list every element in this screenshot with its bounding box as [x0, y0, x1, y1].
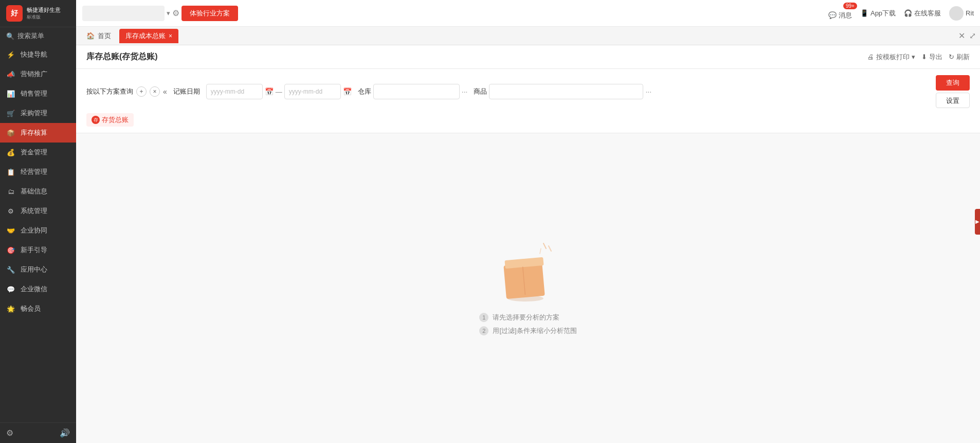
- date-from-input[interactable]: [206, 84, 263, 99]
- filter-bar: 按以下方案查询 + × « 记账日期 📅 — 📅 仓库 ···: [76, 69, 980, 133]
- query-button[interactable]: 查询: [936, 75, 970, 91]
- sidebar-item-basic-info[interactable]: 🗂 基础信息: [0, 182, 76, 201]
- sidebar-item-guide[interactable]: 🎯 新手引导: [0, 240, 76, 260]
- message-label: 消息: [839, 11, 852, 20]
- calendar-to-icon[interactable]: 📅: [343, 87, 352, 96]
- chevron-down-icon[interactable]: ▾: [167, 9, 170, 17]
- page-content: 库存总账(存货总账) 🖨 按模板打印 ▾ ⬇ 导出 ↻ 刷新: [76, 45, 980, 443]
- print-chevron-icon[interactable]: ▾: [912, 53, 915, 61]
- tab-close-icon[interactable]: ×: [169, 32, 172, 40]
- filter-collapse-icon[interactable]: «: [163, 87, 167, 96]
- svg-line-6: [540, 249, 541, 254]
- goods-more-icon[interactable]: ···: [645, 87, 651, 96]
- sidebar-item-label: 基础信息: [21, 187, 47, 196]
- date-to-input[interactable]: [284, 84, 341, 99]
- sidebar-item-sales[interactable]: 📊 销售管理: [0, 84, 76, 103]
- warehouse-input[interactable]: [373, 84, 460, 99]
- sidebar-item-label: 畅会员: [21, 304, 41, 313]
- online-service-item[interactable]: 🎧 在线客服: [904, 9, 941, 18]
- refresh-btn[interactable]: ↻ 刷新: [949, 52, 970, 62]
- phone-icon: 📱: [860, 9, 868, 17]
- main-area: ▾ ⚙ 体验行业方案 💬 消息 99+ 📱 App下载 🎧 在线客服 Rit: [76, 0, 980, 443]
- sidebar-item-wechat[interactable]: 💬 企业微信: [0, 279, 76, 299]
- message-badge: 99+: [843, 3, 857, 9]
- refresh-label: 刷新: [956, 52, 970, 62]
- user-avatar-area[interactable]: Rit: [949, 6, 974, 21]
- schema-icon: 存: [92, 116, 100, 124]
- purchase-icon: 🛒: [6, 109, 15, 118]
- panel-resize-icon[interactable]: ⤢: [969, 31, 976, 41]
- tab-home[interactable]: 🏠 首页: [80, 29, 117, 43]
- audio-icon[interactable]: 🔊: [60, 428, 70, 438]
- export-btn[interactable]: ⬇ 导出: [921, 52, 942, 62]
- goods-input[interactable]: [489, 84, 643, 99]
- sidebar-item-system[interactable]: ⚙ 系统管理: [0, 201, 76, 221]
- print-btn[interactable]: 🖨 按模板打印 ▾: [867, 52, 915, 62]
- logo-icon: 好: [6, 5, 23, 22]
- page-title: 库存总账(存货总账): [86, 51, 158, 62]
- panel-close-icon[interactable]: ✕: [958, 31, 965, 41]
- filter-add-button[interactable]: +: [136, 86, 147, 97]
- settings-button[interactable]: 设置: [936, 93, 970, 108]
- filter-close-button[interactable]: ×: [150, 86, 160, 97]
- operation-icon: 📋: [6, 167, 15, 176]
- hint-text-2: 用[过滤]条件来缩小分析范围: [493, 326, 576, 335]
- membership-icon: 🌟: [6, 304, 15, 313]
- search-icon: 🔍: [6, 32, 14, 40]
- system-icon: ⚙: [6, 206, 15, 216]
- sidebar-item-operation[interactable]: 📋 经营管理: [0, 162, 76, 182]
- tab-home-label: 首页: [98, 31, 111, 41]
- sidebar-item-membership[interactable]: 🌟 畅会员: [0, 299, 76, 318]
- logo-name: 畅捷通好生意: [27, 6, 61, 14]
- topbar-search-placeholder[interactable]: [82, 6, 165, 21]
- user-avatar: [949, 6, 964, 21]
- sidebar-item-inventory[interactable]: 📦 库存核算: [0, 123, 76, 143]
- sidebar-item-label: 营销推广: [21, 69, 47, 79]
- sidebar-item-marketing[interactable]: 📣 营销推广: [0, 64, 76, 84]
- message-icon: 💬: [828, 11, 837, 19]
- online-service-label: 在线客服: [914, 9, 941, 18]
- page-header: 库存总账(存货总账) 🖨 按模板打印 ▾ ⬇ 导出 ↻ 刷新: [76, 45, 980, 69]
- warehouse-more-icon[interactable]: ···: [462, 87, 468, 96]
- schema-item-inventory[interactable]: 存 存货总账: [86, 113, 134, 127]
- sidebar-item-finance[interactable]: 💰 资金管理: [0, 143, 76, 162]
- calendar-from-icon[interactable]: 📅: [265, 87, 274, 96]
- sidebar-search[interactable]: 🔍 搜索菜单: [0, 27, 76, 45]
- sidebar-item-label: 销售管理: [21, 89, 47, 98]
- panel-toggle-icon: ▶: [975, 219, 979, 224]
- svg-line-4: [543, 243, 546, 249]
- sidebar-logo: 好 畅捷通好生意 标准版: [0, 0, 76, 27]
- right-panel-toggle[interactable]: ▶: [975, 209, 980, 235]
- sales-icon: 📊: [6, 89, 15, 98]
- hint-number-2: 2: [479, 326, 488, 335]
- sidebar-nav-scroll: ⚡ 快捷导航 📣 营销推广 📊 销售管理 🛒 采购管理 📦 库存核算 💰 资金管…: [0, 45, 76, 422]
- schema-item-label: 存货总账: [102, 115, 129, 125]
- empty-svg: [497, 241, 559, 303]
- message-item[interactable]: 💬 消息 99+: [828, 7, 852, 20]
- gear-icon[interactable]: ⚙: [172, 8, 179, 18]
- print-label: 按模板打印: [876, 52, 910, 62]
- date-label: 记账日期: [173, 87, 200, 96]
- warehouse-label: 仓库: [358, 87, 371, 96]
- schema-row: 存 存货总账: [86, 113, 970, 127]
- sidebar: 好 畅捷通好生意 标准版 🔍 搜索菜单 ⚡ 快捷导航 📣 营销推广 📊 销售管理…: [0, 0, 76, 443]
- settings-icon[interactable]: ⚙: [6, 428, 13, 438]
- sidebar-item-app-center[interactable]: 🔧 应用中心: [0, 260, 76, 279]
- tab-inventory-ledger[interactable]: 库存成本总账 ×: [119, 29, 178, 43]
- basic-info-icon: 🗂: [6, 187, 15, 196]
- app-download-label: App下载: [870, 9, 896, 18]
- wechat-icon: 💬: [6, 285, 15, 294]
- app-download-item[interactable]: 📱 App下载: [860, 9, 896, 18]
- tab-active-label: 库存成本总账: [125, 31, 166, 41]
- sidebar-bottom: ⚙ 🔊: [0, 422, 76, 443]
- sidebar-item-purchase[interactable]: 🛒 采购管理: [0, 103, 76, 123]
- search-label: 搜索菜单: [17, 31, 44, 41]
- home-icon: 🏠: [86, 32, 95, 40]
- tabbar: 🏠 首页 库存成本总账 × ✕ ⤢: [76, 27, 980, 45]
- industry-btn[interactable]: 体验行业方案: [182, 6, 238, 21]
- sidebar-item-quick-nav[interactable]: ⚡ 快捷导航: [0, 45, 76, 64]
- topbar-input-area: ▾ ⚙ 体验行业方案: [82, 6, 824, 21]
- hint-number-1: 1: [479, 313, 488, 322]
- sidebar-item-cooperation[interactable]: 🤝 企业协同: [0, 221, 76, 240]
- sidebar-item-label: 新手引导: [21, 245, 47, 255]
